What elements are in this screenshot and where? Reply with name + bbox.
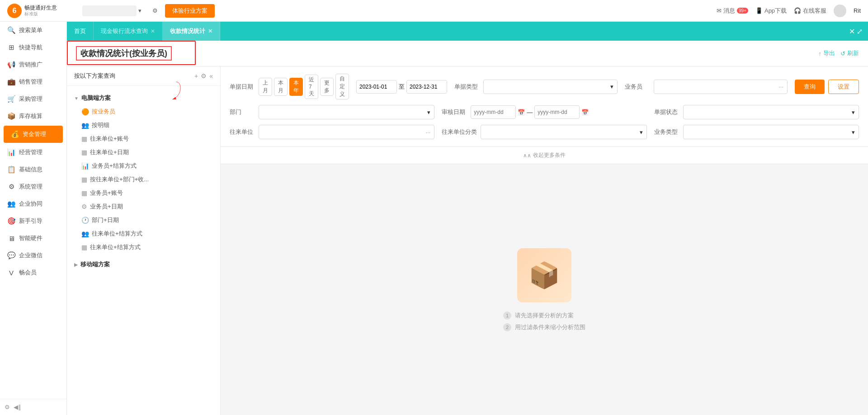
dept-select[interactable]: ▾ [259, 105, 434, 119]
tab-bar: 首页 现金银行流水查询 ✕ 收款情况统计 ✕ ✕ ⤢ [67, 22, 868, 41]
sidebar-item-system[interactable]: ⚙ 系统管理 [0, 178, 66, 195]
sidebar-item-quick-nav[interactable]: ⊞ 快捷导航 [0, 39, 66, 56]
date-range-separator: 至 [399, 83, 405, 91]
scheme-item-by-staff[interactable]: 🟠 按业务员 [74, 105, 220, 118]
date-start-input[interactable] [356, 80, 397, 94]
sidebar-item-sales[interactable]: 💼 销售管理 [0, 73, 66, 90]
marketing-icon: 📢 [7, 61, 15, 69]
staff-select[interactable]: ··· [654, 80, 788, 94]
partner-field: 往来单位 ··· [230, 125, 434, 139]
scheme-add-icon[interactable]: + [194, 72, 198, 80]
date-tab-this-year[interactable]: 本年 [289, 78, 303, 96]
sidebar-item-inventory[interactable]: 📦 库存核算 [0, 108, 66, 125]
category-select[interactable]: ▾ [483, 80, 618, 94]
tree-branch-mobile: ▶ 移动端方案 [67, 256, 220, 273]
audit-calendar-icon1[interactable]: 📅 [518, 109, 525, 116]
scheme-icon-2: ▦ [81, 135, 87, 142]
sidebar-item-base-info[interactable]: 📋 基础信息 [0, 161, 66, 178]
tree-group-mobile[interactable]: ▶ 移动端方案 [67, 258, 220, 271]
tab-close-receipt-icon[interactable]: ✕ [208, 28, 212, 34]
partner-more-dots[interactable]: ··· [425, 129, 430, 136]
member-icon: V [7, 269, 15, 277]
refresh-button[interactable]: ↺ 刷新 [840, 49, 859, 57]
scheme-item-detail[interactable]: 👥 按明细 [74, 118, 220, 132]
export-button[interactable]: ↑ 导出 [819, 49, 835, 57]
audit-date-start[interactable] [471, 105, 516, 119]
tab-close-all-icon[interactable]: ✕ [849, 27, 855, 36]
quicknav-icon: ⊞ [7, 43, 15, 52]
scheme-collapse-icon[interactable]: « [209, 72, 213, 80]
tab-maximize-icon[interactable]: ⤢ [857, 27, 863, 36]
collapse-up-icon: ∧∧ [523, 152, 531, 159]
scheme-item-partner-settle2[interactable]: ▦ 往来单位+结算方式 [74, 241, 220, 254]
empty-illustration: 📦 [517, 248, 571, 302]
audit-date-range: 📅 — 📅 [471, 105, 589, 119]
trial-button[interactable]: 体验行业方案 [165, 4, 215, 18]
biz-type-dropdown-icon: ▾ [852, 129, 855, 136]
scheme-item-staff-settle[interactable]: 📊 业务员+结算方式 [74, 159, 220, 173]
scheme-item-partner-account[interactable]: ▦ 往来单位+账号 [74, 132, 220, 146]
date-tab-7days[interactable]: 近7天 [305, 75, 318, 99]
date-tab-custom[interactable]: 自定义 [335, 74, 349, 99]
app-download-button[interactable]: 📱 App下载 [755, 7, 787, 15]
audit-date-end[interactable] [534, 105, 580, 119]
dropdown-arrow-icon: ▾ [138, 7, 142, 14]
sidebar-item-operations[interactable]: 📊 经营管理 [0, 144, 66, 161]
date-tab-more[interactable]: 更多 [320, 78, 334, 96]
scheme-item-staff-account[interactable]: ▦ 业务员+账号 [74, 186, 220, 200]
scheme-icon-5: ▦ [81, 176, 87, 183]
scheme-item-partner-date[interactable]: ▦ 往来单位+日期 [74, 146, 220, 159]
top-header: 6 畅捷通好生意 标准版 ▾ ⚙ 体验行业方案 ✉ 消息 99+ 📱 App下载… [0, 0, 868, 22]
logo-text: 畅捷通好生意 标准版 [24, 5, 57, 16]
scheme-item-staff-date[interactable]: ⚙ 业务员+日期 [74, 200, 220, 213]
sidebar-item-hardware[interactable]: 🖥 智能硬件 [0, 230, 66, 247]
settings-top-icon[interactable]: ⚙ [149, 5, 161, 17]
sidebar-collapse-icon[interactable]: ◀‖ [14, 404, 21, 410]
set-button[interactable]: 设置 [828, 80, 859, 94]
sidebar-item-purchase[interactable]: 🛒 采购管理 [0, 90, 66, 108]
purchase-icon: 🛒 [7, 95, 15, 103]
date-tab-last-month[interactable]: 上月 [259, 78, 272, 96]
scheme-item-partner-settle1[interactable]: 👥 往来单位+结算方式 [74, 227, 220, 241]
collapse-bar[interactable]: ∧∧ 收起更多条件 [221, 147, 868, 164]
category-dropdown-icon: ▾ [610, 83, 613, 90]
messages-button[interactable]: ✉ 消息 99+ [717, 7, 748, 15]
sidebar-item-finance[interactable]: 💰 资金管理 [4, 126, 63, 143]
tree-group-desktop[interactable]: ▼ 电脑端方案 [67, 91, 220, 105]
scheme-item-dept-date[interactable]: 🕐 部门+日期 [74, 213, 220, 227]
sidebar-item-weixin[interactable]: 💬 企业微信 [0, 247, 66, 264]
nav-dropdown[interactable]: ▾ [79, 4, 145, 18]
data-area: 📦 1 请先选择要分析的方案 2 用过滤条件来缩小分析范围 [221, 164, 868, 415]
sidebar-item-guide[interactable]: 🎯 新手引导 [0, 212, 66, 230]
weixin-icon: 💬 [7, 251, 15, 259]
date-tab-this-month[interactable]: 本月 [274, 78, 288, 96]
query-button[interactable]: 查询 [795, 80, 825, 94]
sidebar-item-search[interactable]: 🔍 搜索菜单 [0, 22, 66, 39]
scheme-header: 按以下方案查询 + ⚙ « [67, 66, 220, 86]
sidebar-settings-icon[interactable]: ⚙ [5, 404, 10, 410]
online-service-button[interactable]: 🎧 在线客服 [794, 7, 826, 15]
tab-bank-flow[interactable]: 现金银行流水查询 ✕ [94, 22, 163, 41]
biz-type-select[interactable]: ▾ [683, 125, 859, 139]
user-avatar[interactable] [834, 5, 846, 17]
content-body: 按以下方案查询 + ⚙ « ▼ 电脑端方案 🟠 [67, 66, 868, 415]
filter-panel: 单据日期 上月 本月 本年 近7天 更多 自定义 至 [221, 66, 868, 415]
tab-receipt-stats[interactable]: 收款情况统计 ✕ [163, 22, 220, 41]
message-icon: ✉ [717, 7, 722, 14]
scheme-icon-4: 📊 [81, 162, 89, 170]
tab-close-bank-icon[interactable]: ✕ [151, 28, 155, 34]
sidebar-item-marketing[interactable]: 📢 营销推广 [0, 56, 66, 73]
sidebar-item-member[interactable]: V 畅会员 [0, 264, 66, 281]
scheme-item-partner-dept-recv[interactable]: ▦ 按往来单位+部门+收... [74, 173, 220, 186]
tab-home[interactable]: 首页 [67, 22, 94, 41]
audit-calendar-icon2[interactable]: 📅 [581, 109, 589, 116]
scheme-settings-icon[interactable]: ⚙ [201, 72, 207, 80]
partner-class-select[interactable]: ▾ [481, 125, 646, 139]
sidebar-item-enterprise[interactable]: 👥 企业协同 [0, 195, 66, 212]
inventory-icon: 📦 [7, 112, 15, 120]
partner-select[interactable]: ··· [259, 125, 434, 139]
doc-status-select[interactable]: ▾ [683, 105, 859, 119]
top-nav-area: ▾ ⚙ 体验行业方案 [74, 4, 717, 18]
staff-more-dots[interactable]: ··· [778, 83, 783, 90]
date-end-input[interactable] [406, 80, 447, 94]
